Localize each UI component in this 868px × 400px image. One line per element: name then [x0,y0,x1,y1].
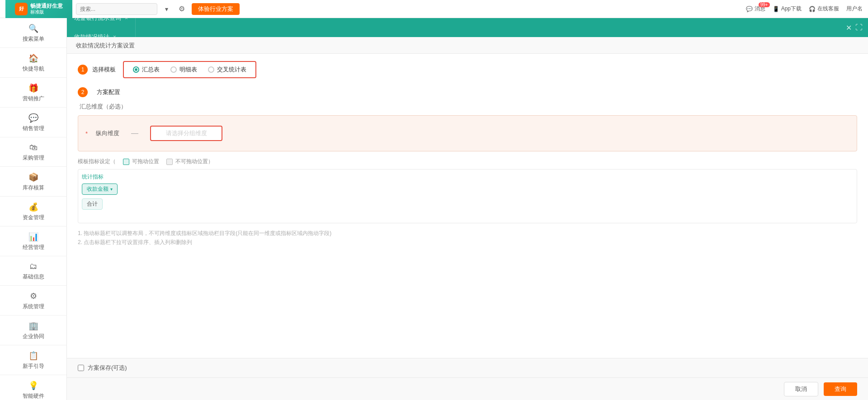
radio-cross-circle [208,66,214,73]
tab-bar: 首页现金银行流水查询×收款情况统计×新建方案× ✕ ⛶ [67,18,868,37]
sidebar-icon-marketing: 🎁 [28,83,38,93]
sidebar-icon-operation: 📊 [28,232,38,242]
message-icon: 💬 [746,6,753,12]
radio-cross[interactable]: 交叉统计表 [208,66,246,74]
tip2: 2. 点击标题栏下拉可设置排序、插入列和删除列 [78,238,857,247]
sidebar-item-corp[interactable]: 🏢企业协同 [0,315,66,345]
settings-icon[interactable]: ⚙ [175,3,188,15]
header-left: 好 畅捷通好生意 标准版 ▾ ⚙ 体验行业方案 [5,0,240,18]
config-area: 汇总维度（必选） * 纵向维度 — 请选择分组维度 模板指标设定（ [78,103,857,247]
sidebar-label-purchase: 采购管理 [23,154,44,162]
page-title: 收款情况统计方案设置 [76,42,135,49]
radio-detail-label: 明细表 [179,66,197,74]
sidebar-item-hardware[interactable]: 💡智能硬件 [0,375,66,400]
step1-num: 1 [78,65,88,75]
tab-bank-flow[interactable]: 现金银行流水查询× [67,18,136,28]
form-section: 1 选择模板 汇总表 明细表 [67,54,868,358]
tab-maximize-btn[interactable]: ⛶ [855,24,863,32]
header-dropdown-btn[interactable]: ▾ [161,4,172,14]
template-options-box: 汇总表 明细表 交叉统计表 [123,61,256,78]
sidebar-label-system: 系统管理 [23,303,44,311]
header-right: 💬 消息 99+ 📱 App下载 🎧 在线客服 用户名 [746,5,863,13]
sidebar-icon-inventory: 📦 [28,172,38,182]
radio-summary-label: 汇总表 [142,66,160,74]
radio-summary[interactable]: 汇总表 [133,66,160,74]
tab-close-bank-flow[interactable]: × [125,18,128,21]
metrics-tags: 收款金额 ▾ [82,184,853,197]
metric-tag-receipt[interactable]: 收款金额 ▾ [82,184,118,195]
sidebar-label-guide: 新手引导 [23,362,44,370]
sidebar-icon-guide: 📋 [28,351,38,361]
dim-arrow-icon: — [131,129,138,137]
sidebar-label-basic: 基础信息 [23,273,44,281]
metric-tag-chevron-icon: ▾ [110,187,113,192]
download-btn[interactable]: 📱 App下载 [773,5,802,13]
sidebar-item-operation[interactable]: 📊经营管理 [0,226,66,256]
msg-btn[interactable]: 💬 消息 99+ [746,5,765,13]
sidebar-item-search-menu[interactable]: 🔍搜索菜单 [0,18,66,48]
radio-detail-circle [170,66,177,73]
industry-btn[interactable]: 体验行业方案 [192,3,240,15]
radio-detail[interactable]: 明细表 [170,66,197,74]
sidebar-item-guide[interactable]: 📋新手引导 [0,345,66,375]
step2-header: 2 方案配置 [78,87,857,97]
sidebar-item-system[interactable]: ⚙系统管理 [0,286,66,315]
sidebar-icon-sales: 💬 [28,113,38,123]
sidebar-label-operation: 经营管理 [23,244,44,251]
query-button[interactable]: 查询 [824,382,857,396]
metric-tag-receipt-label: 收款金额 [87,185,108,193]
sidebar-item-sales[interactable]: 💬销售管理 [0,108,66,137]
sidebar-item-purchase[interactable]: 🛍采购管理 [0,137,66,167]
dim-area: * 纵向维度 — 请选择分组维度 [78,115,857,151]
save-label: 方案保存(可选) [88,364,127,372]
sidebar-label-hardware: 智能硬件 [23,392,44,400]
metrics-area: 统计指标 收款金额 ▾ 合计 [78,169,857,223]
step2-num: 2 [78,87,88,97]
sidebar-item-basic[interactable]: 🗂基础信息 [0,256,66,286]
tab-label-bank-flow: 现金银行流水查询 [74,18,121,22]
save-section: 方案保存(可选) [67,358,868,377]
draggable-legend-icon [123,159,129,165]
msg-badge: 99+ [759,2,770,7]
sidebar-icon-hardware: 💡 [28,381,38,391]
sidebar-item-inventory[interactable]: 📦库存核算 [0,167,66,197]
save-checkbox[interactable] [78,365,84,371]
radio-summary-inner [135,68,137,71]
indicator-legend: 模板指标设定（ 可拖动位置 不可拖动位置） [78,158,857,165]
cancel-button[interactable]: 取消 [784,382,818,396]
page-content: 收款情况统计方案设置 1 选择模板 汇总表 [67,37,868,377]
bottom-bar: 取消 查询 [67,377,868,400]
draggable-legend-item: 可拖动位置 [123,158,159,165]
required-star: * [85,130,88,137]
tab-close-all-btn[interactable]: ✕ [846,24,852,32]
radio-cross-label: 交叉统计表 [217,66,246,74]
draggable-legend-label: 可拖动位置 [132,158,159,165]
dim-row-label: 纵向维度 [96,129,119,137]
sidebar-label-sales: 销售管理 [23,125,44,132]
indicators-label-text: 模板指标设定（ [78,158,116,165]
dim-placeholder-selector[interactable]: 请选择分组维度 [150,126,222,141]
logo-icon: 好 [15,3,28,15]
tip1: 1. 拖动标题栏可以调整布局，不可跨维度或指标区域拖动栏目字段(只能在同一维度或… [78,229,857,238]
subtags-row: 合计 [82,198,853,212]
sidebar: 🔍搜索菜单🏠快捷导航🎁营销推广💬销售管理🛍采购管理📦库存核算💰资金管理📊经营管理… [0,18,67,400]
service-btn[interactable]: 🎧 在线客服 [809,5,839,13]
sidebar-icon-purchase: 🛍 [29,143,38,152]
sidebar-item-capital[interactable]: 💰资金管理 [0,197,66,226]
header-search-input[interactable] [76,3,157,15]
sidebar-icon-system: ⚙ [30,291,37,301]
tab-bar-right: ✕ ⛶ [846,24,868,32]
dim-section-label: 汇总维度（必选） [78,103,857,111]
sidebar-items: 🔍搜索菜单🏠快捷导航🎁营销推广💬销售管理🛍采购管理📦库存核算💰资金管理📊经营管理… [0,18,66,400]
nodrag-legend-icon [166,159,173,165]
sidebar-icon-quick-nav: 🏠 [28,53,38,63]
nodrag-legend-item: 不可拖动位置） [166,158,213,165]
content-area: 首页现金银行流水查询×收款情况统计×新建方案× ✕ ⛶ 收款情况统计方案设置 1… [67,18,868,400]
app-logo: 好 畅捷通好生意 标准版 [5,0,72,18]
sidebar-label-quick-nav: 快捷导航 [23,65,44,73]
sidebar-label-marketing: 营销推广 [23,95,44,103]
sidebar-item-marketing[interactable]: 🎁营销推广 [0,78,66,108]
step2-section: 2 方案配置 汇总维度（必选） * 纵向维度 — 请选择分组维度 [78,87,857,247]
sidebar-label-capital: 资金管理 [23,214,44,221]
sidebar-item-quick-nav[interactable]: 🏠快捷导航 [0,48,66,78]
